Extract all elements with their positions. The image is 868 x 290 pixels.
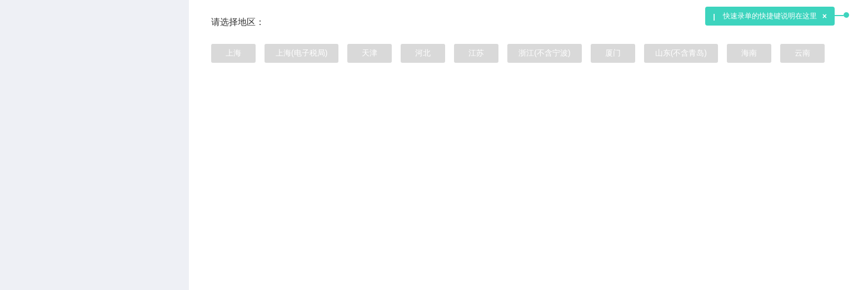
region-btn-shanghai[interactable]: 上海 [211,44,256,63]
region-btn-xiamen[interactable]: 厦门 [591,44,635,63]
tooltip-banner: 快速录单的快捷键说明在这里 × [705,7,835,26]
region-btn-jiangsu[interactable]: 江苏 [454,44,498,63]
region-btn-shanghai-etax[interactable]: 上海(电子税局) [265,44,338,63]
region-buttons-container: 上海上海(电子税局)天津河北江苏浙江(不含宁波)厦门山东(不含青岛)海南云南 [211,44,846,63]
region-btn-hebei[interactable]: 河北 [401,44,445,63]
region-btn-hainan[interactable]: 海南 [727,44,771,63]
region-btn-yunnan[interactable]: 云南 [780,44,825,63]
tooltip-text: 快速录单的快捷键说明在这里 [723,11,817,21]
tooltip-close-button[interactable]: × [822,12,827,21]
dot-indicator [844,12,849,18]
main-content: 请选择地区： 上海上海(电子税局)天津河北江苏浙江(不含宁波)厦门山东(不含青岛… [189,0,868,290]
region-btn-shandong[interactable]: 山东(不含青岛) [644,44,718,63]
connector-line [832,15,844,16]
region-btn-zhejiang[interactable]: 浙江(不含宁波) [507,44,581,63]
left-sidebar [0,0,189,290]
region-btn-tianjin[interactable]: 天津 [347,44,392,63]
